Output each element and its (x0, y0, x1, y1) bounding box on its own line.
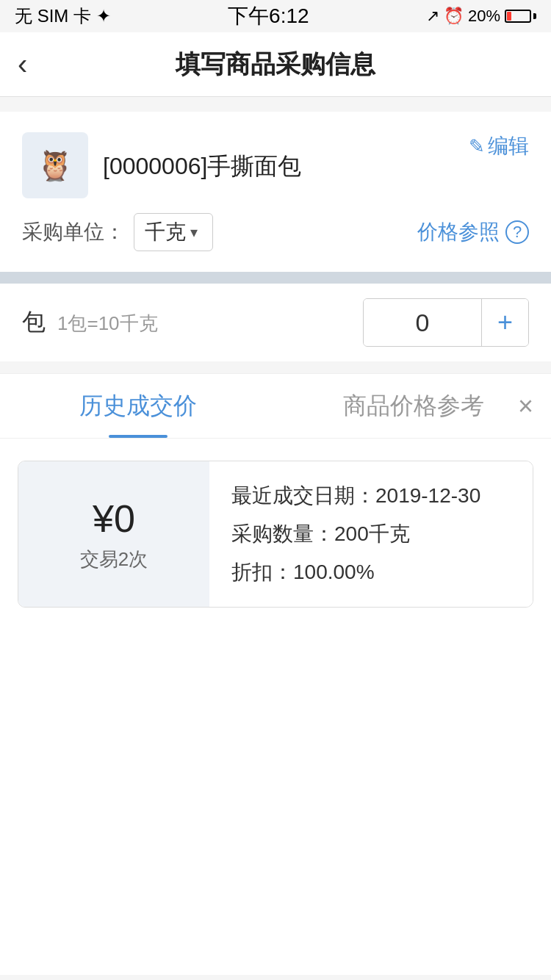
purchase-unit-row: 采购单位： 千克 ▾ 价格参照 ? (22, 213, 529, 251)
unit-value: 千克 (145, 218, 186, 246)
product-thumbnail: 🦉 (22, 132, 88, 198)
discount-value: 100.00% (293, 561, 375, 583)
recent-date-value: 2019-12-30 (375, 484, 480, 507)
transaction-count: 交易2次 (80, 547, 148, 572)
price-amount: ¥0 (93, 497, 135, 541)
product-title: 手撕面包 (207, 153, 301, 179)
tab-active-underline (109, 435, 168, 438)
price-ref-button[interactable]: 价格参照 ? (417, 218, 529, 246)
tab-product-price-ref[interactable]: 商品价格参考 (276, 374, 551, 438)
tab-history-price-label: 历史成交价 (79, 390, 197, 422)
battery-fill (507, 12, 511, 21)
recent-date-label: 最近成交日期： (231, 484, 375, 507)
product-name: [0000006]手撕面包 (103, 151, 301, 183)
product-left: 🦉 [0000006]手撕面包 (22, 132, 301, 198)
currency-symbol: ¥ (93, 497, 114, 540)
edit-button[interactable]: ✎ 编辑 (469, 132, 529, 160)
back-button[interactable]: ‹ (18, 48, 27, 81)
product-owl-icon: 🦉 (37, 148, 73, 183)
purchase-unit-label: 采购单位： (22, 218, 125, 246)
unit-sub-label: 1包=10千克 (57, 311, 158, 336)
location-icon: ↗ (426, 7, 439, 26)
price-value: 0 (114, 497, 135, 540)
quantity-input-group: + (363, 298, 529, 347)
battery-tip (533, 13, 536, 19)
tab-product-price-ref-label: 商品价格参考 (343, 390, 484, 422)
status-left: 无 SIM 卡 ✦ (15, 4, 111, 28)
product-card: 🦉 [0000006]手撕面包 ✎ 编辑 采购单位： 千克 ▾ 价格参照 ? (0, 112, 551, 272)
history-detail-col: 最近成交日期：2019-12-30 采购数量：200千克 折扣：100.00% (209, 461, 533, 607)
quantity-input[interactable] (364, 299, 481, 346)
sim-status: 无 SIM 卡 ✦ (15, 4, 111, 28)
chevron-down-icon: ▾ (190, 223, 198, 241)
history-price-card: ¥0 交易2次 最近成交日期：2019-12-30 采购数量：200千克 折扣：… (18, 461, 533, 608)
edit-label: 编辑 (488, 132, 529, 160)
discount-label: 折扣： (231, 561, 293, 583)
purchase-qty-value: 200千克 (334, 522, 410, 545)
quantity-plus-button[interactable]: + (481, 299, 528, 346)
battery-percent: 20% (468, 7, 500, 26)
nav-bar: ‹ 填写商品采购信息 (0, 32, 551, 97)
status-time: 下午6:12 (228, 2, 309, 30)
purchase-qty-label: 采购数量： (231, 522, 334, 545)
purchase-unit-left: 采购单位： 千克 ▾ (22, 213, 213, 251)
help-icon: ? (505, 220, 529, 244)
tabs-header: 历史成交价 商品价格参考 × (0, 374, 551, 439)
edit-icon: ✎ (469, 135, 485, 158)
section-divider (0, 272, 551, 284)
battery-icon (505, 10, 536, 23)
product-code: [0000006] (103, 153, 207, 179)
battery-body (505, 10, 531, 23)
quantity-label: 包 1包=10千克 (22, 306, 158, 339)
tabs-container: 历史成交价 商品价格参考 × ¥0 交易2次 最近成交日期：2019-12-30… (0, 373, 551, 975)
tab-history-price[interactable]: 历史成交价 (0, 374, 276, 438)
quantity-row: 包 1包=10千克 + (0, 284, 551, 361)
status-right: ↗ ⏰ 20% (426, 7, 536, 26)
history-price-col: ¥0 交易2次 (18, 461, 209, 607)
price-ref-label: 价格参照 (417, 218, 500, 246)
product-header: 🦉 [0000006]手撕面包 ✎ 编辑 (22, 132, 529, 198)
page-title: 填写商品采购信息 (176, 48, 375, 82)
recent-date-row: 最近成交日期：2019-12-30 (231, 482, 511, 510)
alarm-icon: ⏰ (444, 7, 464, 26)
unit-selector[interactable]: 千克 ▾ (134, 213, 213, 251)
purchase-qty-row: 采购数量：200千克 (231, 520, 511, 548)
status-bar: 无 SIM 卡 ✦ 下午6:12 ↗ ⏰ 20% (0, 0, 551, 32)
main-content: ¥0 交易2次 最近成交日期：2019-12-30 采购数量：200千克 折扣：… (0, 461, 551, 975)
unit-main-label: 包 (22, 306, 46, 339)
tab-close-button[interactable]: × (518, 391, 533, 422)
discount-row: 折扣：100.00% (231, 558, 511, 586)
